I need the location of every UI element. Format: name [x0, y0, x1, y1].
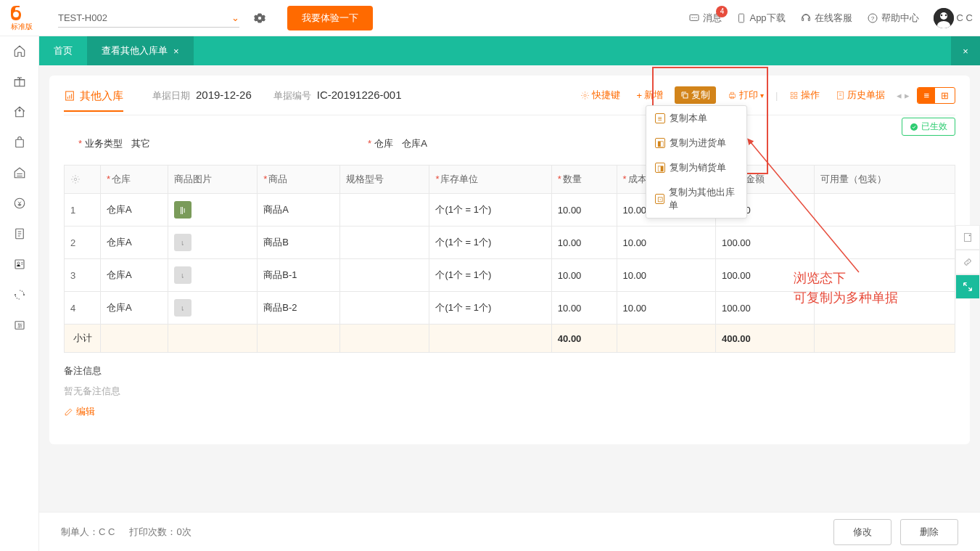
svg-point-34 — [969, 234, 971, 236]
history-button[interactable]: 历史单据 — [831, 86, 889, 105]
copy-purchase-icon: ◧ — [655, 138, 665, 148]
sidebar-report-icon[interactable] — [12, 226, 27, 241]
row-index: 2 — [65, 226, 101, 259]
print-button[interactable]: 打印▾ — [723, 86, 768, 105]
prev-arrow-icon[interactable]: ◂ — [897, 90, 902, 101]
tab-close-icon[interactable]: × — [173, 46, 179, 57]
messages-button[interactable]: 消息 4 — [688, 12, 722, 25]
remark-empty: 暂无备注信息 — [64, 385, 955, 398]
rail-expand-icon[interactable] — [955, 274, 980, 299]
col-qty: 数量 — [551, 166, 617, 194]
table-row[interactable]: 3 仓库A เ 商品B-1 个(1个 = 1个) 10.00 10.00 100… — [65, 259, 955, 292]
dropdown-copy-this[interactable]: ≡复制本单 — [646, 106, 746, 131]
subtotal-amount: 400.00 — [715, 325, 814, 353]
cell-product: 商品B — [258, 226, 339, 259]
help-icon: ? — [867, 12, 878, 24]
tab-home-label: 首页 — [54, 44, 73, 57]
svg-point-20 — [584, 94, 586, 96]
cell-warehouse: 仓库A — [101, 226, 168, 259]
sidebar-new-icon[interactable]: 新 — [12, 318, 27, 332]
svg-point-15 — [22, 294, 24, 295]
sidebar-sales-icon[interactable] — [12, 135, 27, 150]
view-list-icon[interactable]: ≡ — [918, 88, 935, 103]
svg-point-16 — [14, 294, 15, 295]
delete-button[interactable]: 删除 — [900, 519, 958, 545]
dropdown-copy-sales[interactable]: ◨复制为销货单 — [646, 155, 746, 180]
copy-button-wrap: 复制 ≡复制本单 ◧复制为进货单 ◨复制为销货单 ⊡复制为其他出库单 — [675, 86, 716, 104]
next-arrow-icon[interactable]: ▸ — [905, 90, 910, 101]
biz-type-value: 其它 — [131, 137, 150, 150]
cell-warehouse: 仓库A — [101, 194, 168, 226]
settings-gear-icon[interactable] — [254, 12, 265, 24]
cell-unit: 个(1个 = 1个) — [429, 259, 551, 292]
col-gear[interactable] — [65, 166, 101, 194]
view-toggle: ≡ ⊞ — [917, 87, 955, 104]
sidebar-contact-icon[interactable] — [12, 257, 27, 272]
col-product: 商品 — [258, 166, 339, 194]
doc-title-text: 其他入库 — [80, 89, 123, 103]
sidebar-finance-icon[interactable] — [12, 196, 27, 211]
check-circle-icon — [910, 123, 918, 131]
cell-product: 商品B-2 — [258, 292, 339, 325]
right-rail — [955, 225, 980, 299]
cell-image: เ — [168, 259, 258, 292]
cell-qty: 10.00 — [551, 259, 617, 292]
sidebar-purchase-icon[interactable] — [12, 105, 27, 119]
cell-available — [815, 292, 955, 325]
modify-button[interactable]: 修改 — [833, 519, 892, 545]
sidebar-warehouse-icon[interactable] — [12, 166, 27, 180]
table-row[interactable]: 4 仓库A เ 商品B-2 个(1个 = 1个) 10.00 10.00 100… — [65, 292, 955, 325]
view-grid-icon[interactable]: ⊞ — [935, 88, 955, 103]
gear-icon — [70, 174, 81, 184]
tabs-bar: 首页 查看其他入库单 × × — [39, 36, 980, 65]
doc-title: 其他入库 — [64, 89, 123, 112]
biz-type-label: 业务类型 — [78, 137, 123, 150]
chevron-down-icon: ▾ — [760, 91, 764, 99]
operations-button[interactable]: 操作 — [785, 86, 824, 105]
grid-icon — [789, 91, 799, 100]
doc-number: 单据编号IC-20191226-001 — [273, 89, 402, 102]
table-row[interactable]: 1 仓库A ǁı 商品A 个(1个 = 1个) 10.00 10.00 100.… — [65, 194, 955, 226]
col-warehouse: 仓库 — [101, 166, 168, 194]
warehouse-field: 仓库 仓库A — [368, 137, 427, 150]
top-header: 标准版 TEST-H002 ⌄ 我要体验一下 消息 4 App下载 在线客服 ?… — [0, 0, 980, 36]
logo-edition: 标准版 — [7, 22, 36, 32]
sidebar-sync-icon[interactable] — [12, 287, 27, 302]
dropdown-copy-purchase[interactable]: ◧复制为进货单 — [646, 131, 746, 155]
rail-link-icon[interactable] — [955, 250, 980, 274]
cell-price: 10.00 — [617, 292, 715, 325]
cell-available — [815, 194, 955, 226]
copy-button[interactable]: 复制 — [675, 86, 716, 104]
rail-note-icon[interactable] — [955, 225, 980, 250]
tab-current[interactable]: 查看其他入库单 × — [87, 36, 194, 65]
sidebar-gift-icon[interactable] — [12, 74, 27, 89]
remark-edit-button[interactable]: 编辑 — [64, 405, 955, 418]
user-menu[interactable]: C C — [934, 8, 973, 28]
svg-rect-10 — [15, 139, 23, 147]
headset-icon — [800, 12, 812, 24]
cell-qty: 10.00 — [551, 226, 617, 259]
svg-point-30 — [910, 123, 918, 131]
tab-home[interactable]: 首页 — [39, 36, 87, 65]
subtotal-row: 小计 40.00 400.00 — [65, 325, 955, 353]
company-selector[interactable]: TEST-H002 ⌄ — [58, 9, 239, 28]
history-icon — [836, 91, 845, 100]
help-label: 帮助中心 — [881, 12, 919, 25]
logo[interactable]: 标准版 — [7, 4, 36, 32]
help-center-button[interactable]: ? 帮助中心 — [867, 12, 919, 25]
cell-unit: 个(1个 = 1个) — [429, 194, 551, 226]
cell-qty: 10.00 — [551, 292, 617, 325]
biz-type-field: 业务类型 其它 — [78, 137, 150, 150]
shortcut-button[interactable]: 快捷键 — [576, 86, 625, 105]
table-row[interactable]: 2 仓库A เ 商品B 个(1个 = 1个) 10.00 10.00 100.0… — [65, 226, 955, 259]
new-button[interactable]: +新增 — [632, 86, 667, 105]
cell-available — [815, 259, 955, 292]
app-download-button[interactable]: App下载 — [736, 12, 785, 25]
dropdown-copy-other-out[interactable]: ⊡复制为其他出库单 — [646, 180, 746, 218]
svg-rect-21 — [683, 94, 688, 98]
trial-button[interactable]: 我要体验一下 — [287, 6, 373, 30]
close-all-tabs[interactable]: × — [951, 36, 980, 65]
customer-service-button[interactable]: 在线客服 — [800, 12, 852, 25]
footer-maker: 制单人：C C — [61, 526, 115, 539]
sidebar-home-icon[interactable] — [12, 44, 27, 58]
